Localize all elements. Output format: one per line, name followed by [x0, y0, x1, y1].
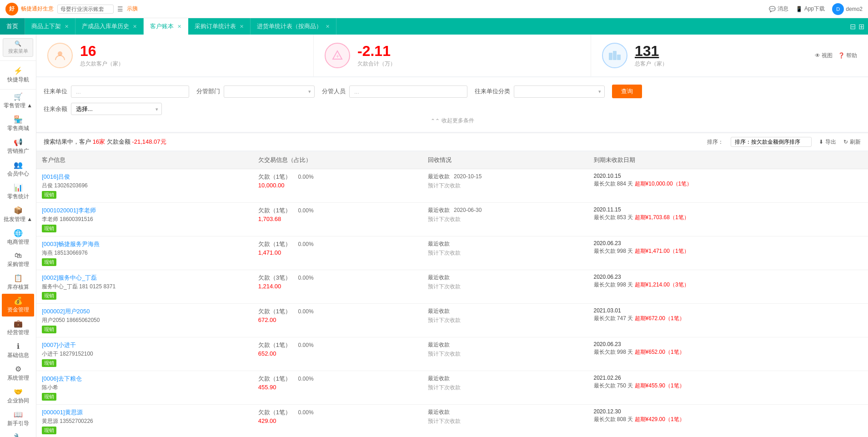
filter-select-balance[interactable]: 选择...: [71, 103, 162, 115]
message-btn[interactable]: 💬 消息: [769, 5, 788, 13]
td-collect-3: 最近收款 预计下次收款: [422, 270, 588, 304]
customer-name-0[interactable]: [0016]吕俊: [42, 173, 247, 181]
sidebar-item-business-management[interactable]: 💼 经营管理: [0, 316, 36, 339]
customer-name-1[interactable]: [0001020001]李老师: [42, 206, 247, 215]
owe-amount-6[interactable]: 455.90: [258, 384, 417, 391]
customer-name-2[interactable]: [0003]畅捷服务尹海燕: [42, 240, 247, 248]
app-download-btn[interactable]: 📱 App下载: [796, 5, 825, 13]
overdue-link-7[interactable]: 超期¥429.00（1笔）: [635, 416, 685, 422]
owe-ratio-4: 0.00%: [298, 308, 314, 315]
sidebar-item-system-management[interactable]: ⚙ 系统管理: [0, 362, 36, 385]
owe-amount-5[interactable]: 652.00: [258, 350, 417, 357]
sidebar-item-finance[interactable]: 💰 资金管理: [2, 294, 34, 316]
sidebar-item-ecommerce[interactable]: 🌐 电商管理: [0, 226, 36, 249]
stats-row: 16 总欠款客户（家） + -2.11 欠款合计（万）: [36, 35, 868, 76]
stat-number-total-owe: -2.11: [357, 44, 396, 58]
sidebar-item-marketing[interactable]: 📢 营销推广: [0, 135, 36, 158]
sidebar-item-wholesale-management[interactable]: 📦 批发管理 ▲: [0, 203, 36, 226]
owe-count-6: 欠款（1笔） 0.00%: [258, 375, 417, 383]
tab-purchase-product-stats[interactable]: 进货单统计表（按商品） ✕: [251, 18, 336, 35]
owe-count-0: 欠款（1笔） 0.00%: [258, 173, 417, 181]
owe-count-1: 欠款（1笔） 0.00%: [258, 206, 417, 215]
owe-amount-2[interactable]: 1,471.00: [258, 249, 417, 256]
stat-label-total-customers: 总客户（家）: [635, 60, 667, 68]
sidebar-item-app-center[interactable]: 🔧 应用中心: [0, 430, 36, 437]
td-due-7: 2020.12.30 最长欠款 808 天 超期¥429.00（1笔）: [588, 405, 868, 437]
filter-input-supplier[interactable]: ...: [71, 85, 189, 98]
overdue-date-6: 2021.02.26: [594, 375, 863, 381]
tab-close-2[interactable]: ✕: [133, 24, 137, 30]
owe-amount-0[interactable]: 10,000.00: [258, 182, 417, 189]
customer-tag-5: 现销: [42, 359, 56, 367]
basic-info-icon: ℹ: [2, 342, 34, 351]
view-btn[interactable]: 👁 视图: [815, 52, 833, 60]
customer-name-7[interactable]: [000001]黄思源: [42, 408, 247, 417]
overdue-link-3[interactable]: 超期¥1,214.00（3笔）: [635, 281, 689, 288]
overdue-link-4[interactable]: 超期¥672.00（1笔）: [635, 315, 685, 321]
filter-select-category[interactable]: [514, 85, 605, 98]
avatar: D: [832, 3, 844, 15]
sidebar-item-retail-mall[interactable]: 🏪 零售商城: [0, 112, 36, 135]
td-collect-1: 最近收款 2020-06-30 预计下次收款: [422, 203, 588, 236]
sidebar-item-new-user-guide[interactable]: 📖 新手引导: [0, 407, 36, 430]
tab-purchase-stats[interactable]: 采购订单统计表 ✕: [188, 18, 251, 35]
sidebar-item-inventory[interactable]: 📋 库存核算: [0, 271, 36, 294]
owe-amount-3[interactable]: 1,214.00: [258, 283, 417, 290]
customer-name-5[interactable]: [0007]小进干: [42, 341, 247, 349]
overdue-link-0[interactable]: 超期¥10,000.00（1笔）: [635, 181, 692, 187]
sidebar-search-btn[interactable]: 🔍 搜索菜单: [3, 38, 33, 57]
sort-select[interactable]: 排序：按欠款金额倒序排序: [731, 137, 812, 147]
export-btn[interactable]: ⬇ 导出: [819, 138, 836, 146]
customer-name-6[interactable]: [0006]去下粮仓: [42, 375, 247, 383]
sidebar-item-retail-stats[interactable]: 📊 零售统计: [0, 181, 36, 203]
overdue-link-1[interactable]: 超期¥1,703.68（1笔）: [635, 214, 689, 221]
customer-phone-0: 吕俊 13026203696: [42, 182, 247, 190]
menu-toggle-icon[interactable]: ☰: [117, 5, 123, 13]
overdue-link-5[interactable]: 超期¥652.00（1笔）: [635, 349, 685, 355]
collect-info-7: 最近收款: [428, 408, 583, 416]
tab-fullscreen-btn[interactable]: ⊞: [858, 22, 864, 31]
filter-input-person[interactable]: ...: [349, 85, 467, 98]
owe-count-2: 欠款（1笔） 0.00%: [258, 240, 417, 248]
overdue-date-0: 2020.10.15: [594, 173, 863, 179]
help-btn[interactable]: ❓ 帮助: [838, 52, 857, 60]
td-owe-7: 欠款（1笔） 0.00% 429.00: [253, 405, 422, 437]
tab-products-status[interactable]: 商品上下架 ✕: [25, 18, 75, 35]
refresh-icon: ↻: [843, 139, 848, 145]
customer-name-3[interactable]: [0002]服务中心_丁磊: [42, 274, 247, 282]
td-customer-0: [0016]吕俊 吕俊 13026203696 现销: [36, 169, 253, 203]
overdue-days-1: 最长欠款 853 天 超期¥1,703.68（1笔）: [594, 214, 863, 221]
tab-close-4[interactable]: ✕: [240, 24, 244, 30]
svg-text:+: +: [336, 53, 339, 60]
owe-amount-4[interactable]: 672.00: [258, 316, 417, 323]
tab-home[interactable]: 首页: [0, 18, 25, 35]
sidebar-item-members[interactable]: 👥 会员中心: [0, 158, 36, 181]
tab-close-5[interactable]: ✕: [326, 24, 330, 30]
sidebar-item-quick-nav[interactable]: ⚡ 快捷导航: [0, 64, 36, 86]
filter-select-wrapper-balance: 选择...: [71, 103, 162, 115]
sidebar-item-retail-management[interactable]: 🛒 零售管理 ▲: [0, 90, 36, 112]
tab-collapse-btn[interactable]: ⊟: [850, 22, 856, 31]
sidebar-item-basic-info[interactable]: ℹ 基础信息: [0, 339, 36, 362]
marketing-icon: 📢: [2, 138, 34, 146]
business-management-icon: 💼: [2, 319, 34, 328]
owe-amount-1[interactable]: 1,703.68: [258, 216, 417, 222]
owe-amount-7[interactable]: 429.00: [258, 417, 417, 424]
sidebar-item-enterprise-collab[interactable]: 🤝 企业协同: [0, 385, 36, 407]
collapse-btn[interactable]: ⌃⌃ 收起更多条件: [44, 117, 861, 125]
company-select[interactable]: 母婴行业演示账套: [57, 5, 114, 14]
filter-select-department[interactable]: [224, 85, 315, 98]
tab-production-history[interactable]: 产成品入库单历史 ✕: [75, 18, 144, 35]
overdue-link-6[interactable]: 超期¥455.90（1笔）: [635, 382, 685, 389]
tab-customer-account[interactable]: 客户账本 ✕: [144, 18, 188, 35]
sidebar-item-purchase-management[interactable]: 🛍 采购管理: [0, 249, 36, 271]
tab-close-1[interactable]: ✕: [65, 24, 69, 30]
refresh-btn[interactable]: ↻ 刷新: [843, 138, 861, 146]
overdue-link-2[interactable]: 超期¥1,471.00（1笔）: [635, 248, 689, 254]
customer-name-4[interactable]: [000002]用户2050: [42, 307, 247, 316]
search-button[interactable]: 查询: [612, 85, 642, 98]
tab-close-3[interactable]: ✕: [177, 24, 181, 30]
collect-label-6: 最近收款: [428, 375, 450, 382]
td-owe-5: 欠款（1笔） 0.00% 652.00: [253, 337, 422, 371]
user-menu-btn[interactable]: D demo2: [832, 3, 863, 15]
